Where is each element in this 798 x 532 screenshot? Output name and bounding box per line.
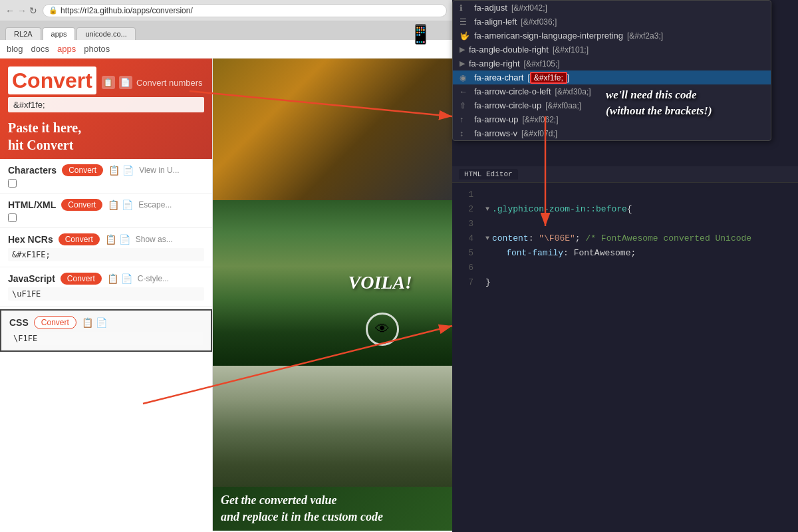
characters-file-icon[interactable]: 📄 xyxy=(122,165,134,176)
refresh-button[interactable]: ↻ xyxy=(29,5,37,16)
js-copy-icon[interactable]: 📋 xyxy=(107,273,118,284)
bottom-hint: Get the converted valueand replace it in… xyxy=(213,487,452,531)
code-line-1 xyxy=(485,188,798,202)
ac-name-arrows-v: fa-arrows-v xyxy=(474,128,517,138)
main-content: Convert 📋 📄 Convert numbers &#xf1fe; Pas… xyxy=(0,59,452,531)
ac-item-arrows-v[interactable]: ↕ fa-arrows-v [&#xf07d;] xyxy=(453,126,771,140)
ac-icon-arrow-circle-o: ← xyxy=(460,87,470,96)
ac-name-angle-dbl: fa-angle-double-right xyxy=(469,45,549,55)
right-panel: ℹ fa-adjust [&#xf042;] ☰ fa-align-left [… xyxy=(452,0,798,532)
nav-photos[interactable]: photos xyxy=(84,44,110,54)
left-panel: ← → ↻ 🔒 https://rl2a.github.io/apps/conv… xyxy=(0,0,452,532)
characters-extra[interactable]: View in U... xyxy=(139,166,179,175)
convert-main-title: Convert xyxy=(8,66,96,94)
css-convert-btn[interactable]: Convert xyxy=(34,316,76,329)
code-line-5: font-family : FontAwesome ; xyxy=(485,246,798,261)
characters-check-input[interactable] xyxy=(8,179,17,188)
ac-icon-adjust: ℹ xyxy=(460,3,470,13)
convert-title-area: Convert 📋 📄 Convert numbers &#xf1fe; Pas… xyxy=(0,59,212,159)
forward-button[interactable]: → xyxy=(17,5,27,16)
html-check-input[interactable] xyxy=(8,213,17,222)
section-hex: Hex NCRs Convert 📋 📄 Show as... &#xF1FE; xyxy=(0,228,212,267)
characters-checkbox[interactable] xyxy=(8,179,204,188)
colon-4: : xyxy=(529,231,539,246)
nav-links: blog docs apps photos xyxy=(0,40,452,59)
hex-copy-icon[interactable]: 📋 xyxy=(105,234,116,245)
img-hands-slot xyxy=(213,59,452,200)
prop-content: content xyxy=(492,231,529,246)
browser-bar: ← → ↻ 🔒 https://rl2a.github.io/apps/conv… xyxy=(0,0,452,21)
ac-item-angle-dbl[interactable]: ▶ fa-angle-double-right [&#xf101;] xyxy=(453,43,771,57)
tab-rl2a[interactable]: RL2A xyxy=(5,27,41,40)
img-forest-path xyxy=(213,200,452,366)
ac-item-area-chart[interactable]: ◉ fa-area-chart [&#xf1fe;] xyxy=(453,70,771,84)
ac-item-adjust[interactable]: ℹ fa-adjust [&#xf042;] xyxy=(453,1,771,15)
js-extra[interactable]: C-style... xyxy=(138,274,169,283)
code-line-3 xyxy=(485,217,798,231)
address-bar[interactable]: 🔒 https://rl2a.github.io/apps/conversion… xyxy=(43,4,447,17)
characters-copy-icon[interactable]: 📋 xyxy=(108,165,120,176)
html-convert-btn[interactable]: Convert xyxy=(61,199,102,211)
html-file-icon[interactable]: 📄 xyxy=(122,200,133,210)
html-checkbox[interactable] xyxy=(8,213,204,222)
convert-numbers-label: Convert numbers xyxy=(136,78,203,88)
characters-title: Characters xyxy=(8,165,57,176)
js-title: JavaScript xyxy=(8,273,55,284)
section-js: JavaScript Convert 📋 📄 C-style... \uF1FE xyxy=(0,267,212,307)
nav-apps[interactable]: apps xyxy=(57,44,76,54)
autocomplete-dropdown[interactable]: ℹ fa-adjust [&#xf042;] ☰ fa-align-left [… xyxy=(452,0,771,141)
fold-arrow-2: ▼ xyxy=(485,202,489,217)
css-copy-icon[interactable]: 📋 xyxy=(82,317,93,328)
ac-code-arrows-v: [&#xf07d;] xyxy=(521,129,557,138)
nav-blog[interactable]: blog xyxy=(7,44,23,54)
ac-item-arrow-circle-up[interactable]: ⇧ fa-arrow-circle-up [&#xf0aa;] xyxy=(453,98,771,112)
fold-arrow-4: ▼ xyxy=(485,231,489,246)
editor-header: HTML Editor xyxy=(452,166,798,183)
html-extra[interactable]: Escape... xyxy=(138,200,172,209)
ac-item-arrow-circle-o[interactable]: ← fa-arrow-circle-o-left [&#xf30a;] xyxy=(453,84,771,98)
expand-icon-right: ▶ xyxy=(460,59,465,68)
tab-bar: RL2A apps unicode.co... xyxy=(0,21,452,40)
img-foggy-slot: Get the converted valueand replace it in… xyxy=(213,366,452,531)
code-line-2: ▼ .glyphicon-zoom-in::before { xyxy=(485,202,798,217)
ac-item-align[interactable]: ☰ fa-align-left [&#xf036;] xyxy=(453,15,771,29)
ac-code-arrow-circle-o: [&#xf30a;] xyxy=(555,87,591,96)
input-actions: 📋 📄 Convert numbers xyxy=(102,76,203,89)
hex-convert-btn[interactable]: Convert xyxy=(59,233,100,245)
input-field-display: &#xf1fe; xyxy=(8,97,204,112)
ac-item-angle-right[interactable]: ▶ fa-angle-right [&#xf105;] xyxy=(453,57,771,70)
html-copy-icon[interactable]: 📋 xyxy=(108,200,119,210)
ac-name-area: fa-area-chart xyxy=(474,72,523,82)
tab-other[interactable]: unicode.co... xyxy=(76,27,135,40)
mobile-icon: 📱 xyxy=(409,23,432,45)
js-convert-btn[interactable]: Convert xyxy=(61,273,102,285)
editor-tab[interactable]: HTML Editor xyxy=(459,169,518,180)
code-highlight-box: &#xf1fe; xyxy=(530,72,567,84)
close-brace-7: } xyxy=(485,275,491,290)
js-file-icon[interactable]: 📄 xyxy=(121,273,132,284)
ac-item-arrow-up[interactable]: ↑ fa-arrow-up [&#xf062;] xyxy=(453,112,771,126)
characters-convert-btn[interactable]: Convert xyxy=(62,164,103,176)
hex-extra[interactable]: Show as... xyxy=(136,235,173,244)
ac-name-asl: fa-american-sign-language-interpreting xyxy=(474,31,623,41)
ac-code-adjust: [&#xf042;] xyxy=(511,3,547,13)
code-line-4: ▼ content : "\F06E" ; /* FontAwesome con… xyxy=(485,231,798,246)
tab-apps-label: apps xyxy=(51,30,67,38)
css-file-icon[interactable]: 📄 xyxy=(96,317,107,328)
ac-name-arrow-up: fa-arrow-up xyxy=(474,114,518,124)
ac-icon-area: ◉ xyxy=(460,73,470,82)
file-icon[interactable]: 📄 xyxy=(119,76,132,89)
ac-item-asl[interactable]: 🤟 fa-american-sign-language-interpreting… xyxy=(453,29,771,43)
ac-name-arrow-circle-up: fa-arrow-circle-up xyxy=(474,100,541,110)
back-button[interactable]: ← xyxy=(5,5,15,16)
colon-5: : xyxy=(563,246,574,261)
copy-icon[interactable]: 📋 xyxy=(102,76,115,89)
nav-icons: ← → ↻ xyxy=(5,5,37,16)
tab-apps[interactable]: apps xyxy=(43,27,76,40)
ac-name-adjust: fa-adjust xyxy=(474,3,507,13)
ac-icon-arrow-up: ↑ xyxy=(460,115,470,124)
ac-code-angle-dbl: [&#xf101;] xyxy=(553,45,589,55)
semi-5: ; xyxy=(630,246,636,261)
nav-docs[interactable]: docs xyxy=(31,44,49,54)
hex-file-icon[interactable]: 📄 xyxy=(119,234,130,245)
